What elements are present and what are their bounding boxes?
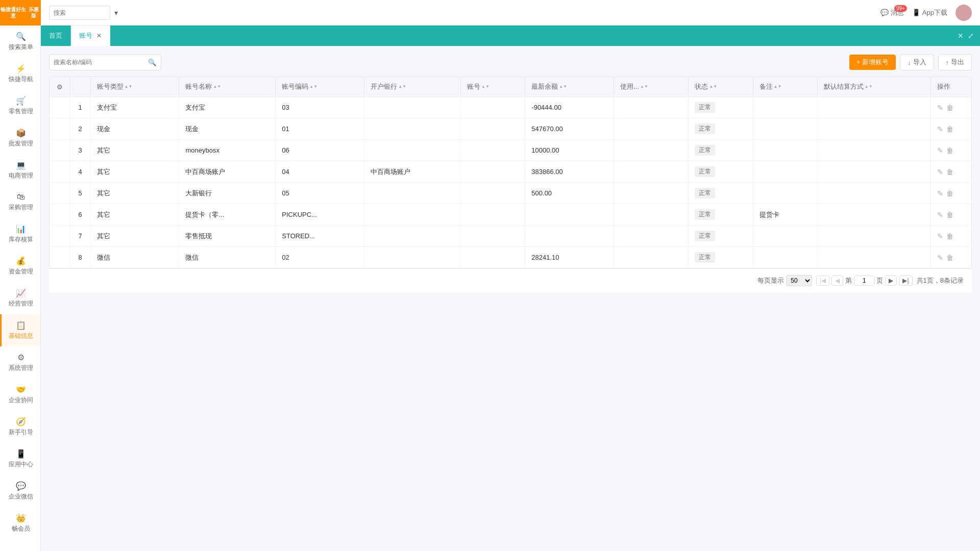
col-account-name[interactable]: 账号名称▲▼	[179, 77, 276, 97]
sidebar-label-basic-info: 基础信息	[9, 332, 33, 340]
row-usage	[614, 183, 689, 204]
sidebar-label-purchase-mgmt: 采购管理	[9, 203, 33, 212]
edit-button[interactable]: ✎	[937, 254, 943, 262]
delete-button[interactable]: 🗑	[946, 125, 953, 133]
message-button[interactable]: 💬 消息 99+	[880, 8, 904, 17]
edit-button[interactable]: ✎	[937, 189, 943, 197]
edit-button[interactable]: ✎	[937, 211, 943, 219]
next-page-button[interactable]: ▶	[885, 276, 897, 286]
row-settings	[50, 118, 70, 140]
search-button[interactable]: 🔍	[144, 59, 161, 66]
sidebar-item-operation-mgmt[interactable]: 📈 经营管理	[0, 282, 40, 314]
first-page-button[interactable]: |◀	[816, 276, 829, 286]
sidebar-item-retail-mgmt[interactable]: 🛒 零售管理	[0, 90, 40, 122]
row-usage	[614, 140, 689, 161]
sidebar-icon-search-menu: 🔍	[16, 32, 26, 41]
sidebar-item-wholesale-mgmt[interactable]: 📦 批发管理	[0, 122, 40, 154]
last-page-button[interactable]: ▶|	[899, 276, 912, 286]
row-index: 3	[70, 140, 90, 161]
sidebar-item-basic-info[interactable]: 📋 基础信息	[0, 314, 40, 346]
sidebar-item-search-menu[interactable]: 🔍 搜索菜单	[0, 26, 40, 58]
tab-close-accounts[interactable]: ✕	[96, 32, 102, 39]
row-index: 7	[70, 226, 90, 247]
col-default-settlement[interactable]: 默认结算方式▲▼	[817, 77, 930, 97]
status-badge: 正常	[695, 231, 715, 241]
delete-button[interactable]: 🗑	[946, 211, 953, 219]
sidebar-menu: 🔍 搜索菜单 ⚡ 快捷导航 🛒 零售管理 📦 批发管理 💻 电商管理 🛍 采购管…	[0, 26, 40, 551]
edit-button[interactable]: ✎	[937, 146, 943, 155]
prev-page-button[interactable]: ◀	[831, 276, 843, 286]
row-index: 8	[70, 247, 90, 268]
col-account-no[interactable]: 账号▲▼	[461, 77, 525, 97]
sidebar-item-beginner-guide[interactable]: 🧭 新手引导	[0, 411, 40, 443]
row-bank	[364, 118, 461, 140]
tab-accounts[interactable]: 账号✕	[71, 26, 110, 46]
col-latest-balance[interactable]: 最新余额▲▼	[525, 77, 614, 97]
col-bank[interactable]: 开户银行▲▼	[364, 77, 461, 97]
row-actions: ✎ 🗑	[930, 97, 971, 118]
row-type: 其它	[90, 204, 179, 226]
edit-button[interactable]: ✎	[937, 168, 943, 176]
col-remarks[interactable]: 备注▲▼	[753, 77, 817, 97]
sidebar-item-app-center[interactable]: 📱 应用中心	[0, 443, 40, 475]
col-status[interactable]: 状态▲▼	[689, 77, 753, 97]
accounts-table: ⚙ 账号类型▲▼ 账号名称▲▼ 账号编码▲▼ 开户银行▲▼ 账号▲▼ 最新余额▲…	[50, 77, 971, 268]
sidebar-item-inventory[interactable]: 📊 库存核算	[0, 218, 40, 250]
page-content: 🔍 + 新增账号 ↓ 导入 ↑ 导出 ⚙	[41, 46, 980, 551]
delete-button[interactable]: 🗑	[946, 254, 953, 262]
page-input[interactable]	[854, 276, 874, 286]
sidebar-item-finance-mgmt[interactable]: 💰 资金管理	[0, 250, 40, 282]
app-download-label: App下载	[922, 8, 947, 17]
sidebar-item-enterprise-wechat[interactable]: 💬 企业微信	[0, 475, 40, 507]
delete-button[interactable]: 🗑	[946, 104, 953, 112]
import-button[interactable]: ↓ 导入	[900, 54, 934, 70]
row-bank	[364, 204, 461, 226]
maximize-tab-icon[interactable]: ⤢	[968, 32, 974, 40]
row-name: 提货卡（零...	[179, 204, 276, 226]
col-usage[interactable]: 使用...▲▼	[614, 77, 689, 97]
edit-button[interactable]: ✎	[937, 232, 943, 240]
status-badge: 正常	[695, 145, 715, 156]
row-remarks	[753, 247, 817, 268]
table-row: 2 现金 现金 01 547670.00 正常 ✎ 🗑	[50, 118, 971, 140]
row-settings	[50, 140, 70, 161]
top-search-input[interactable]	[49, 6, 110, 20]
app-download-button[interactable]: 📱 App下载	[912, 8, 947, 17]
sidebar-label-operation-mgmt: 经营管理	[9, 299, 33, 308]
edit-button[interactable]: ✎	[937, 125, 943, 133]
edit-button[interactable]: ✎	[937, 104, 943, 112]
dropdown-button[interactable]: ▾	[114, 9, 118, 17]
sidebar-item-member[interactable]: 👑 畅会员	[0, 507, 40, 539]
status-badge: 正常	[695, 166, 715, 177]
sidebar-label-beginner-guide: 新手引导	[9, 428, 33, 437]
toolbar: 🔍 + 新增账号 ↓ 导入 ↑ 导出	[49, 54, 972, 70]
row-account-no	[461, 161, 525, 183]
col-index	[70, 77, 90, 97]
delete-button[interactable]: 🗑	[946, 189, 953, 197]
per-page-select[interactable]: 50 100 200	[786, 275, 812, 286]
message-badge: 99+	[894, 5, 907, 12]
tab-home[interactable]: 首页	[41, 26, 71, 46]
sidebar-item-enterprise-agreement[interactable]: 🤝 企业协同	[0, 379, 40, 411]
delete-button[interactable]: 🗑	[946, 146, 953, 155]
sidebar-label-quick-nav: 快捷导航	[9, 75, 33, 84]
sidebar-item-purchase-mgmt[interactable]: 🛍 采购管理	[0, 186, 40, 218]
row-settings	[50, 183, 70, 204]
col-account-type[interactable]: 账号类型▲▼	[90, 77, 179, 97]
col-settings[interactable]: ⚙	[50, 77, 70, 97]
sidebar-item-ecommerce-mgmt[interactable]: 💻 电商管理	[0, 154, 40, 186]
add-account-button[interactable]: + 新增账号	[849, 55, 896, 70]
export-button[interactable]: ↑ 导出	[938, 54, 972, 70]
delete-button[interactable]: 🗑	[946, 232, 953, 240]
sidebar-icon-purchase-mgmt: 🛍	[17, 192, 25, 202]
close-tab-icon[interactable]: ✕	[958, 32, 964, 40]
search-input[interactable]	[50, 59, 144, 66]
row-actions: ✎ 🗑	[930, 183, 971, 204]
delete-button[interactable]: 🗑	[946, 168, 953, 176]
sidebar-item-quick-nav[interactable]: ⚡ 快捷导航	[0, 58, 40, 90]
user-avatar[interactable]	[955, 5, 972, 21]
col-account-code[interactable]: 账号编码▲▼	[276, 77, 364, 97]
row-balance: 383866.00	[525, 161, 614, 183]
row-index: 6	[70, 204, 90, 226]
sidebar-item-system-mgmt[interactable]: ⚙ 系统管理	[0, 346, 40, 379]
